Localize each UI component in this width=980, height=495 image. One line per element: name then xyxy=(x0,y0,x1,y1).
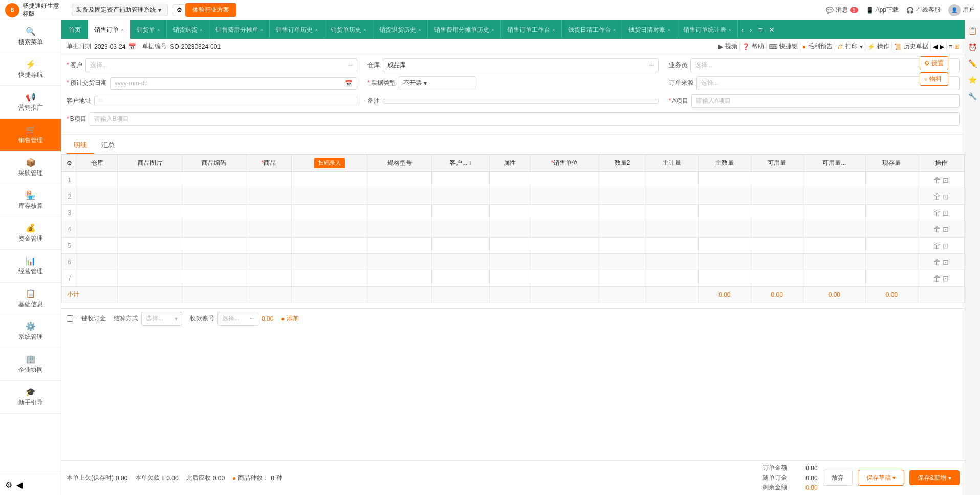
row1-stock[interactable] xyxy=(865,172,918,188)
delivery-date-input[interactable]: yyyy-mm-dd 📅 xyxy=(110,77,358,90)
row2-available[interactable] xyxy=(751,188,803,205)
row6-unit[interactable] xyxy=(530,254,599,270)
tab-sales-order[interactable]: 销售订单 × xyxy=(88,20,130,39)
tab-invoice-history[interactable]: 销货单历史 × xyxy=(324,20,373,39)
tab-return-history[interactable]: 销货退货历史 × xyxy=(373,20,428,39)
sidebar-item-enterprise[interactable]: 🏢 企业协同 xyxy=(0,348,61,381)
help-btn[interactable]: ❓ 帮助 xyxy=(742,42,764,51)
note-input[interactable] xyxy=(383,99,658,104)
row7-spec[interactable] xyxy=(367,270,432,287)
customer-input[interactable]: 选择... ··· xyxy=(85,58,358,72)
one-click-checkbox[interactable]: 一键收订金 xyxy=(67,314,106,323)
row3-main-qty[interactable] xyxy=(699,205,751,221)
discard-button[interactable]: 放弃 xyxy=(823,470,853,486)
row5-warehouse[interactable] xyxy=(77,238,118,254)
row7-available[interactable] xyxy=(751,270,803,287)
row7-product[interactable] xyxy=(246,270,291,287)
th-current-stock[interactable]: 现存量 xyxy=(865,155,918,172)
row4-product[interactable] xyxy=(246,221,291,238)
row1-qty2[interactable] xyxy=(599,172,646,188)
right-panel-list-btn[interactable]: 📋 xyxy=(967,25,979,37)
row7-copy-btn[interactable]: ⊡ xyxy=(943,274,949,283)
row4-warehouse[interactable] xyxy=(77,221,118,238)
row7-qty2[interactable] xyxy=(599,270,646,287)
save-new-button[interactable]: 保存&新增 ▾ xyxy=(909,470,960,485)
row4-qty2[interactable] xyxy=(599,221,646,238)
view-video-btn[interactable]: ▶ 视频 xyxy=(718,42,737,51)
row6-main-qty[interactable] xyxy=(699,254,751,270)
row7-available2[interactable] xyxy=(803,270,865,287)
account-select[interactable]: 选择... ··· xyxy=(217,312,258,326)
add-payment-btn[interactable]: ● 添加 xyxy=(281,314,298,323)
sidebar-collapse-icon[interactable]: ◀ xyxy=(16,480,23,490)
row3-spec[interactable] xyxy=(367,205,432,221)
tab-close-sales-order[interactable]: × xyxy=(121,27,124,33)
th-warehouse[interactable]: 仓库 xyxy=(77,155,118,172)
row2-main-unit[interactable] xyxy=(646,188,698,205)
th-product-code[interactable]: 商品编码 xyxy=(182,155,246,172)
row2-spec[interactable] xyxy=(367,188,432,205)
sidebar-item-system[interactable]: ⚙️ 系统管理 xyxy=(0,315,61,348)
calendar-icon[interactable]: 📅 xyxy=(128,43,136,50)
row5-available2[interactable] xyxy=(803,238,865,254)
sidebar-item-search[interactable]: 🔍 搜索菜单 xyxy=(0,20,61,53)
row6-delete-btn[interactable]: 🗑 xyxy=(933,258,941,266)
row3-delete-btn[interactable]: 🗑 xyxy=(933,209,941,217)
tab-close-reconcile[interactable]: × xyxy=(667,27,670,33)
right-panel-clock-btn[interactable]: ⏰ xyxy=(967,41,979,53)
tab-workbench[interactable]: 销售订单工作台 × xyxy=(501,20,562,39)
row4-stock[interactable] xyxy=(865,221,918,238)
row1-available[interactable] xyxy=(751,172,803,188)
scan-button[interactable]: 扫码录入 xyxy=(314,158,345,168)
row3-available2[interactable] xyxy=(803,205,865,221)
operation-btn[interactable]: ⚡ 操作 xyxy=(867,42,889,51)
tab-close-return-history[interactable]: × xyxy=(418,27,421,33)
row2-stock[interactable] xyxy=(865,188,918,205)
a-project-input[interactable]: 请输入A项目 xyxy=(691,94,960,108)
save-draft-button[interactable]: 保存草稿 ▾ xyxy=(858,470,904,486)
print-dropdown-icon[interactable]: ▾ xyxy=(860,43,863,50)
row4-delete-btn[interactable]: 🗑 xyxy=(933,225,941,233)
solution-button[interactable]: 体验行业方案 xyxy=(185,3,236,17)
row2-attr[interactable] xyxy=(489,188,530,205)
tab-close-order-history[interactable]: × xyxy=(315,27,318,33)
th-unit[interactable]: *销售单位 xyxy=(530,155,599,172)
row4-code[interactable] xyxy=(182,221,246,238)
row3-available[interactable] xyxy=(751,205,803,221)
tab-close-workbench[interactable]: × xyxy=(552,27,555,33)
tab-close-expense-history[interactable]: × xyxy=(491,27,494,33)
th-available2[interactable]: 可用量... xyxy=(803,155,865,172)
customer-expand-icon[interactable]: ··· xyxy=(349,62,353,68)
th-scan[interactable]: 扫码录入 xyxy=(291,155,367,172)
row2-code[interactable] xyxy=(182,188,246,205)
account-expand-icon[interactable]: ··· xyxy=(250,316,254,321)
row4-available[interactable] xyxy=(751,221,803,238)
list-view-btn[interactable]: ≡ xyxy=(949,43,952,50)
next-record-btn[interactable]: ▶ xyxy=(940,43,944,50)
row4-main-qty[interactable] xyxy=(699,221,751,238)
row7-unit[interactable] xyxy=(530,270,599,287)
row1-unit[interactable] xyxy=(530,172,599,188)
th-product[interactable]: *商品 xyxy=(246,155,291,172)
row7-attr[interactable] xyxy=(489,270,530,287)
row6-qty2[interactable] xyxy=(599,254,646,270)
row1-attr[interactable] xyxy=(489,172,530,188)
warehouse-expand-icon[interactable]: ··· xyxy=(649,62,654,68)
tab-close-summary[interactable]: × xyxy=(728,27,731,33)
row5-available[interactable] xyxy=(751,238,803,254)
sidebar-item-marketing[interactable]: 📢 营销推广 xyxy=(0,86,61,119)
address-expand-icon[interactable]: ··· xyxy=(99,98,103,104)
online-service-btn[interactable]: 🎧 在线客服 xyxy=(906,6,941,14)
row2-copy-btn[interactable]: ⊡ xyxy=(943,192,949,201)
one-click-checkbox-input[interactable] xyxy=(67,315,73,322)
row6-spec[interactable] xyxy=(367,254,432,270)
row5-qty2[interactable] xyxy=(599,238,646,254)
row3-copy-btn[interactable]: ⊡ xyxy=(943,209,949,217)
sidebar-settings-icon[interactable]: ⚙ xyxy=(5,480,12,490)
row1-delete-btn[interactable]: 🗑 xyxy=(933,176,941,184)
sidebar-item-quick-nav[interactable]: ⚡ 快捷导航 xyxy=(0,53,61,86)
user-area[interactable]: 👤 用户 xyxy=(948,4,975,16)
tab-close-return[interactable]: × xyxy=(200,27,203,33)
payment-method-select[interactable]: 选择... ▾ xyxy=(141,312,182,326)
sidebar-item-operation[interactable]: 📊 经营管理 xyxy=(0,250,61,283)
